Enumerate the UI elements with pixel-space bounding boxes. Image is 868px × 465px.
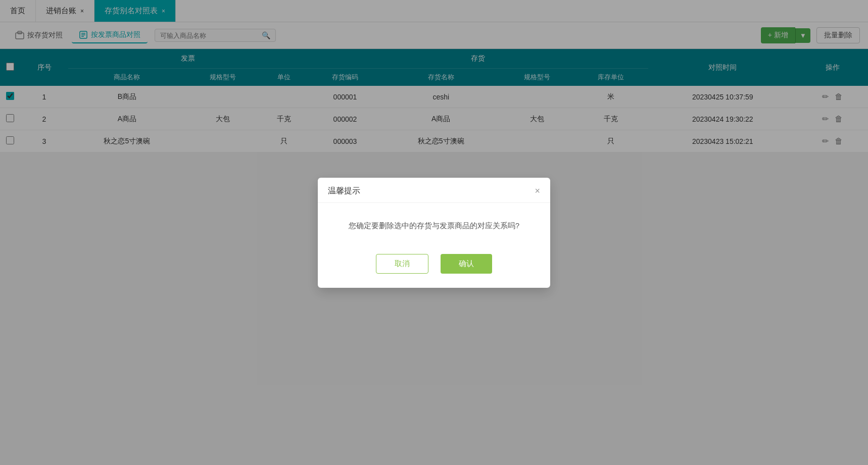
dialog-overlay: 温馨提示 × 您确定要删除选中的存货与发票商品的对应关系吗? 取消 确认 [0, 0, 868, 152]
